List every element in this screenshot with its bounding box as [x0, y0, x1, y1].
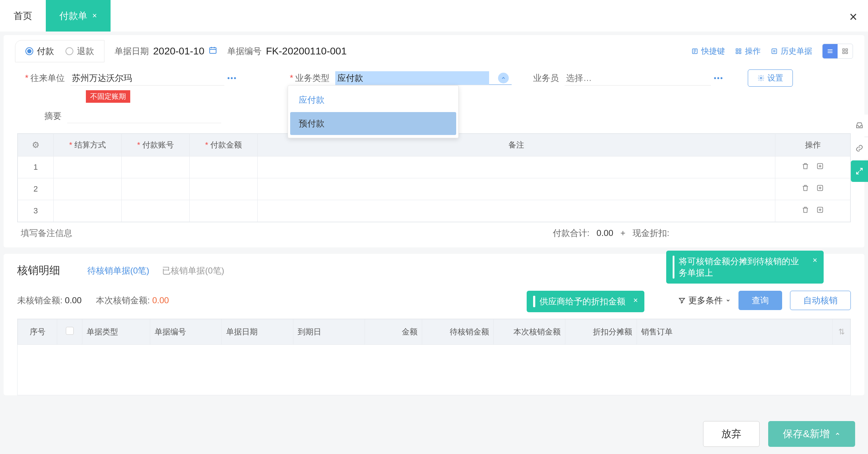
writeoff-summary-row: 未核销金额: 0.00 本次核销金额: 0.00 更多条件 查询 自动核销 — [17, 291, 851, 310]
cancel-button[interactable]: 放弃 — [703, 421, 760, 447]
rail-inbox-icon[interactable] — [851, 115, 868, 136]
save-and-new-button[interactable]: 保存&新增 — [768, 421, 855, 447]
row-number: 2 — [18, 178, 54, 200]
add-row-icon[interactable] — [816, 163, 824, 172]
totals-row: 付款合计: 0.00 + 现金折扣: 可核销金额: 0.00 — [4, 222, 864, 247]
select-all-checkbox[interactable] — [66, 327, 74, 335]
dropdown-option-payable[interactable]: 应付款 — [290, 88, 456, 111]
doc-no-label: 单据编号 — [227, 45, 262, 57]
row-number: 3 — [18, 200, 54, 222]
history-label: 历史单据 — [781, 46, 812, 57]
rail-expand-icon[interactable] — [851, 160, 868, 182]
more-icon[interactable]: ••• — [711, 74, 726, 82]
operate-link[interactable]: 操作 — [735, 46, 761, 57]
add-row-icon[interactable] — [816, 185, 824, 194]
main-panel: 付款 退款 单据日期 2020-01-10 单据编号 FK-20200110-0… — [4, 35, 864, 247]
col-docdate: 单据日期 — [222, 319, 293, 345]
table-row[interactable]: 3 — [18, 200, 850, 222]
header-actions: 快捷键 操作 历史单据 — [691, 44, 853, 59]
dropdown-option-prepay[interactable]: 预付款 — [290, 112, 456, 135]
biztype-input[interactable]: 应付款 — [335, 71, 489, 85]
radio-icon — [65, 47, 73, 55]
tab-close-icon[interactable]: × — [92, 11, 97, 20]
col-docno: 单据编号 — [150, 319, 222, 345]
col-this-amt: 本次核销金额 — [494, 319, 565, 345]
tab-bar: 首页 付款单 × × — [0, 0, 868, 32]
tab-home[interactable]: 首页 — [0, 0, 46, 32]
rail-link-icon[interactable] — [851, 137, 868, 159]
more-conditions-link[interactable]: 更多条件 — [678, 295, 731, 306]
view-grid-icon[interactable] — [838, 44, 853, 58]
query-button[interactable]: 查询 — [738, 291, 782, 310]
view-list-icon[interactable] — [823, 44, 838, 58]
sort-handle-icon[interactable]: ⇅ — [838, 327, 845, 336]
right-rail — [851, 115, 868, 182]
operator-input[interactable] — [565, 71, 711, 86]
col-amount: 金额 — [365, 319, 422, 345]
col-type: 单据类型 — [82, 319, 150, 345]
row-number: 1 — [18, 156, 54, 178]
more-icon[interactable]: ••• — [224, 74, 240, 82]
account-period-badge: 不固定账期 — [86, 90, 130, 103]
this-writeoff-value: 0.00 — [152, 295, 169, 305]
operate-label: 操作 — [745, 46, 761, 57]
unwrote-value: 0.00 — [65, 295, 82, 305]
delete-icon[interactable] — [801, 185, 809, 194]
col-disc-alloc: 折扣分摊额 — [565, 319, 637, 345]
partner-label: *往来单位 — [25, 72, 65, 84]
table-row[interactable]: 2 — [18, 178, 850, 200]
svg-point-11 — [760, 77, 762, 79]
view-toggle — [822, 44, 853, 59]
partner-input[interactable] — [70, 71, 224, 86]
chevron-up-icon[interactable] — [498, 73, 509, 83]
mode-toggle: 付款 退款 — [15, 40, 104, 62]
add-row-icon[interactable] — [816, 207, 824, 216]
biztype-label: *业务类型 — [290, 72, 330, 84]
tooltip-alloc: 将可核销金额分摊到待核销的业务单据上 × — [666, 251, 824, 284]
header-bar: 付款 退款 单据日期 2020-01-10 单据编号 FK-20200110-0… — [4, 35, 864, 66]
col-settle: 结算方式 — [74, 140, 106, 149]
tab-payment[interactable]: 付款单 × — [46, 0, 111, 32]
settings-button[interactable]: 设置 — [748, 69, 793, 87]
summary-input[interactable] — [67, 108, 221, 123]
tooltip-close-icon[interactable]: × — [633, 296, 638, 305]
summary-label: 摘要 — [44, 110, 62, 122]
delete-icon[interactable] — [801, 163, 809, 172]
calendar-icon[interactable] — [209, 46, 217, 57]
doc-date-field: 单据日期 2020-01-10 — [114, 45, 217, 57]
tab-pending-writeoff[interactable]: 待核销单据(0笔) — [87, 265, 149, 276]
remark-input[interactable] — [21, 228, 200, 238]
more-conditions-label: 更多条件 — [688, 295, 723, 306]
settings-label: 设置 — [767, 73, 783, 83]
svg-rect-3 — [739, 49, 741, 50]
svg-rect-5 — [739, 52, 741, 54]
close-icon[interactable]: × — [849, 9, 857, 25]
col-amount: 付款金额 — [210, 140, 242, 149]
shortcut-label: 快捷键 — [701, 46, 725, 57]
delete-icon[interactable] — [801, 207, 809, 216]
gear-icon[interactable]: ⚙ — [32, 140, 40, 150]
tooltip-discount: 供应商给予的折扣金额 × — [527, 291, 644, 312]
tooltip-close-icon[interactable]: × — [813, 256, 817, 265]
tab-done-writeoff[interactable]: 已核销单据(0笔) — [162, 265, 224, 276]
history-link[interactable]: 历史单据 — [771, 46, 812, 57]
svg-rect-2 — [736, 49, 738, 50]
radio-pay[interactable]: 付款 — [25, 45, 54, 57]
unwrote-label: 未核销金额: — [17, 295, 63, 305]
doc-no-field: 单据编号 FK-20200110-001 — [227, 45, 347, 57]
auto-writeoff-button[interactable]: 自动核销 — [790, 291, 851, 310]
svg-rect-8 — [846, 49, 848, 50]
save-button-label: 保存&新增 — [783, 427, 830, 441]
payment-table: ⚙ *结算方式 *付款账号 *付款金额 备注 操作 1 2 — [17, 133, 851, 222]
doc-date-label: 单据日期 — [114, 45, 149, 57]
radio-refund[interactable]: 退款 — [65, 45, 94, 57]
shortcut-link[interactable]: 快捷键 — [691, 46, 725, 57]
tooltip-alloc-text: 将可核销金额分摊到待核销的业务单据上 — [679, 256, 805, 279]
writeoff-title: 核销明细 — [17, 263, 60, 278]
radio-refund-label: 退款 — [77, 45, 94, 57]
doc-date-value[interactable]: 2020-01-10 — [153, 45, 204, 57]
col-due: 到期日 — [293, 319, 365, 345]
table-row[interactable]: 1 — [18, 156, 850, 178]
biztype-dropdown: 应付款 预付款 — [288, 85, 459, 138]
svg-rect-9 — [843, 52, 844, 54]
